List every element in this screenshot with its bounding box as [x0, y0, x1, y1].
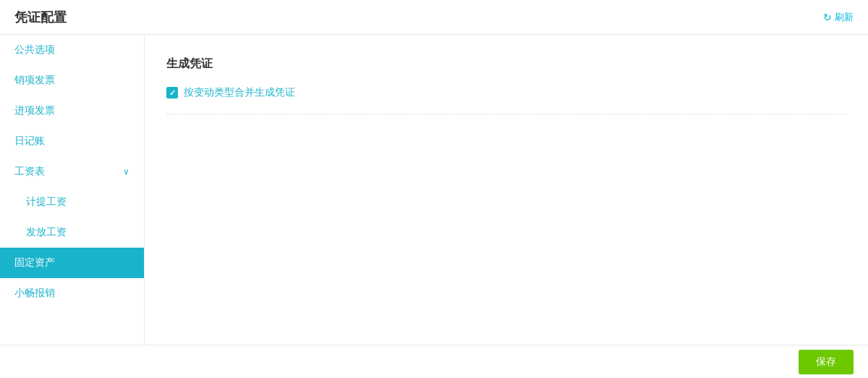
sidebar-item-petty-expense[interactable]: 小畅报销 [0, 278, 144, 308]
sidebar-item-label: 进项发票 [14, 104, 55, 117]
chevron-down-icon: ∨ [123, 167, 129, 177]
main-content: 公共选项销项发票进项发票日记账工资表∨计提工资发放工资固定资产小畅报销 生成凭证… [0, 35, 868, 345]
sidebar-item-label: 工资表 [14, 165, 45, 178]
checkbox-row: 按变动类型合并生成凭证 [166, 86, 846, 99]
sidebar: 公共选项销项发票进项发票日记账工资表∨计提工资发放工资固定资产小畅报销 [0, 35, 145, 345]
footer: 保存 [0, 345, 868, 378]
sidebar-item-label: 固定资产 [14, 256, 55, 269]
sidebar-item-purchase-invoice[interactable]: 进项发票 [0, 96, 144, 126]
sidebar-item-public-options[interactable]: 公共选项 [0, 35, 144, 65]
section-divider [166, 114, 846, 114]
page-header: 凭证配置 ↻ 刷新 [0, 0, 868, 35]
sidebar-item-sales-invoice[interactable]: 销项发票 [0, 65, 144, 96]
sidebar-item-accrual-salary[interactable]: 计提工资 [0, 187, 144, 217]
sidebar-item-label: 日记账 [14, 135, 45, 148]
sidebar-item-journal[interactable]: 日记账 [0, 126, 144, 156]
sidebar-item-label: 销项发票 [14, 74, 55, 87]
sidebar-item-label: 计提工资 [26, 196, 67, 209]
page-title: 凭证配置 [14, 9, 67, 26]
refresh-button[interactable]: ↻ 刷新 [823, 11, 854, 24]
sidebar-item-pay-salary[interactable]: 发放工资 [0, 217, 144, 248]
sidebar-item-label: 小畅报销 [14, 287, 55, 300]
checkbox-label: 按变动类型合并生成凭证 [184, 86, 295, 99]
refresh-icon: ↻ [823, 12, 832, 23]
sidebar-item-payroll-table[interactable]: 工资表∨ [0, 156, 144, 187]
section-title: 生成凭证 [166, 56, 846, 72]
refresh-label: 刷新 [835, 11, 854, 24]
merge-checkbox[interactable] [166, 87, 178, 98]
content-area: 生成凭证 按变动类型合并生成凭证 [145, 35, 868, 345]
save-button[interactable]: 保存 [799, 350, 854, 374]
sidebar-item-label: 公共选项 [14, 43, 55, 56]
sidebar-item-fixed-assets[interactable]: 固定资产 [0, 248, 144, 278]
sidebar-item-label: 发放工资 [26, 226, 67, 239]
